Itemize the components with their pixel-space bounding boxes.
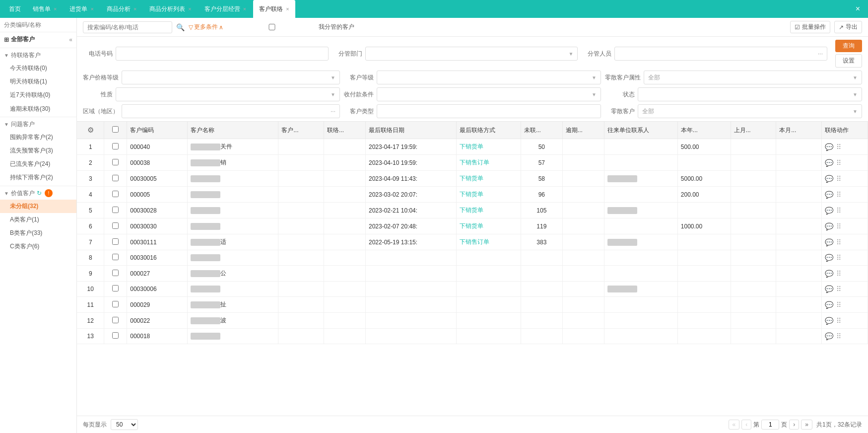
pending-contact-group[interactable]: ▼ 待联络客户 xyxy=(0,49,76,62)
more-action-icon[interactable]: ⠿ xyxy=(836,143,841,151)
sidebar-item-today-pending[interactable]: 今天待联络(0) xyxy=(0,62,76,75)
row-checkbox[interactable] xyxy=(112,143,119,149)
row-checkbox-cell[interactable] xyxy=(104,171,127,187)
reset-button[interactable]: 设置 xyxy=(835,54,862,68)
prev-page-button[interactable]: ‹ xyxy=(741,420,751,430)
row-checkbox-cell[interactable] xyxy=(104,187,127,203)
sidebar-all-customers-header[interactable]: ⊞ 全部客户 « xyxy=(0,32,76,47)
sidebar-item-ungrouped[interactable]: 未分组(32) xyxy=(0,200,76,213)
row-checkbox[interactable] xyxy=(112,332,119,339)
row-checkbox-cell[interactable] xyxy=(104,218,127,234)
query-button[interactable]: 查询 xyxy=(835,40,862,52)
row-checkbox[interactable] xyxy=(112,159,119,165)
nav-customer-contact-close[interactable]: × xyxy=(286,6,289,12)
nav-sales[interactable]: 销售单 × xyxy=(27,0,63,18)
my-customers-checkbox-label[interactable]: 我分管的客户 xyxy=(227,23,354,31)
more-action-icon[interactable]: ⠿ xyxy=(836,222,841,230)
row-checkbox[interactable] xyxy=(112,301,119,307)
sidebar-item-week-pending[interactable]: 近7天待联络(0) xyxy=(0,88,76,102)
last-method-link[interactable]: 下销售订单 xyxy=(460,159,489,166)
contact-action-icon[interactable]: 💬 xyxy=(825,191,833,199)
my-customers-checkbox[interactable] xyxy=(227,24,317,30)
more-action-icon[interactable]: ⠿ xyxy=(836,301,841,309)
row-checkbox-cell[interactable] xyxy=(104,155,127,171)
status-input[interactable]: ▼ xyxy=(638,87,862,101)
nav-sales-close[interactable]: × xyxy=(54,6,57,12)
row-checkbox-cell[interactable] xyxy=(104,203,127,218)
more-action-icon[interactable]: ⠿ xyxy=(836,270,841,278)
contact-action-icon[interactable]: 💬 xyxy=(825,143,833,151)
more-action-icon[interactable]: ⠿ xyxy=(836,238,841,246)
select-all-header[interactable] xyxy=(104,122,127,139)
more-action-icon[interactable]: ⠿ xyxy=(836,175,841,183)
row-checkbox[interactable] xyxy=(112,317,119,323)
last-method-link[interactable]: 下销货单 xyxy=(460,222,483,229)
last-method-link[interactable]: 下销货单 xyxy=(460,207,483,214)
contact-action-icon[interactable]: 💬 xyxy=(825,332,833,340)
refresh-icon[interactable]: ↻ xyxy=(37,190,42,197)
more-action-icon[interactable]: ⠿ xyxy=(836,317,841,325)
nav-purchase[interactable]: 进货单 × xyxy=(64,0,99,18)
row-checkbox[interactable] xyxy=(112,175,119,181)
retail-customer-input[interactable]: 全部 ▼ xyxy=(638,104,862,118)
page-size-select[interactable]: 50 100 200 xyxy=(111,419,138,430)
contact-action-icon[interactable]: 💬 xyxy=(825,207,833,215)
sidebar-item-abnormal[interactable]: 囤购异常客户(2) xyxy=(0,131,76,144)
more-action-icon[interactable]: ⠿ xyxy=(836,285,841,293)
collapse-icon[interactable]: « xyxy=(69,36,72,43)
nav-customer-segment[interactable]: 客户分层经营 × xyxy=(199,0,252,18)
next-page-button[interactable]: › xyxy=(789,420,799,430)
batch-operation-button[interactable]: ☑ 批量操作 xyxy=(790,21,830,33)
contact-action-icon[interactable]: 💬 xyxy=(825,270,833,278)
row-checkbox[interactable] xyxy=(112,254,119,260)
contact-action-icon[interactable]: 💬 xyxy=(825,238,833,246)
row-checkbox[interactable] xyxy=(112,222,119,229)
close-window-button[interactable]: × xyxy=(852,2,864,15)
search-icon[interactable]: 🔍 xyxy=(176,23,185,31)
more-action-icon[interactable]: ⠿ xyxy=(836,332,841,340)
first-page-button[interactable]: « xyxy=(729,420,740,430)
sidebar-item-overdue-pending[interactable]: 逾期未联络(30) xyxy=(0,102,76,116)
nav-analysis-close[interactable]: × xyxy=(134,6,136,12)
row-checkbox-cell[interactable] xyxy=(104,234,127,250)
more-action-icon[interactable]: ⠿ xyxy=(836,254,841,262)
more-conditions-button[interactable]: ▽ 更多条件 ∧ xyxy=(189,23,223,31)
row-checkbox-cell[interactable] xyxy=(104,329,127,344)
row-checkbox-cell[interactable] xyxy=(104,282,127,297)
contact-action-icon[interactable]: 💬 xyxy=(825,285,833,293)
row-checkbox[interactable] xyxy=(112,238,119,245)
nav-analysis-list-close[interactable]: × xyxy=(188,6,191,12)
more-action-icon[interactable]: ⠿ xyxy=(836,191,841,199)
nav-customer-contact[interactable]: 客户联络 × xyxy=(253,0,295,18)
search-input[interactable] xyxy=(83,21,172,33)
contact-action-icon[interactable]: 💬 xyxy=(825,159,833,167)
more-action-icon[interactable]: ⠿ xyxy=(836,207,841,215)
contact-action-icon[interactable]: 💬 xyxy=(825,175,833,183)
last-method-link[interactable]: 下销售订单 xyxy=(460,238,489,245)
sidebar-item-class-c[interactable]: C类客户(6) xyxy=(0,240,76,253)
row-checkbox[interactable] xyxy=(112,270,119,276)
row-checkbox-cell[interactable] xyxy=(104,139,127,155)
sidebar-item-class-b[interactable]: B类客户(33) xyxy=(0,226,76,240)
price-level-input[interactable]: ▼ xyxy=(122,71,340,84)
contact-action-icon[interactable]: 💬 xyxy=(825,254,833,262)
nav-customer-segment-close[interactable]: × xyxy=(243,6,246,12)
row-checkbox[interactable] xyxy=(112,285,119,291)
problem-customers-group[interactable]: ▼ 问题客户 xyxy=(0,118,76,131)
value-customers-group[interactable]: ▼ 价值客户 ↻ ! xyxy=(0,187,76,200)
payment-input[interactable]: ▼ xyxy=(377,87,601,101)
last-method-link[interactable]: 下销货单 xyxy=(460,191,483,198)
last-method-link[interactable]: 下销货单 xyxy=(460,143,483,150)
row-checkbox-cell[interactable] xyxy=(104,266,127,282)
row-checkbox[interactable] xyxy=(112,207,119,213)
last-method-link[interactable]: 下销货单 xyxy=(460,175,483,182)
dept-input[interactable]: ▼ xyxy=(365,47,578,61)
row-checkbox-cell[interactable] xyxy=(104,297,127,313)
sidebar-item-lost[interactable]: 已流失客户(24) xyxy=(0,157,76,171)
customer-level-input[interactable]: ▼ xyxy=(377,71,601,84)
row-checkbox-cell[interactable] xyxy=(104,250,127,266)
last-page-button[interactable]: » xyxy=(801,420,812,430)
more-action-icon[interactable]: ⠿ xyxy=(836,159,841,167)
sidebar-item-class-a[interactable]: A类客户(1) xyxy=(0,213,76,226)
contact-action-icon[interactable]: 💬 xyxy=(825,222,833,230)
